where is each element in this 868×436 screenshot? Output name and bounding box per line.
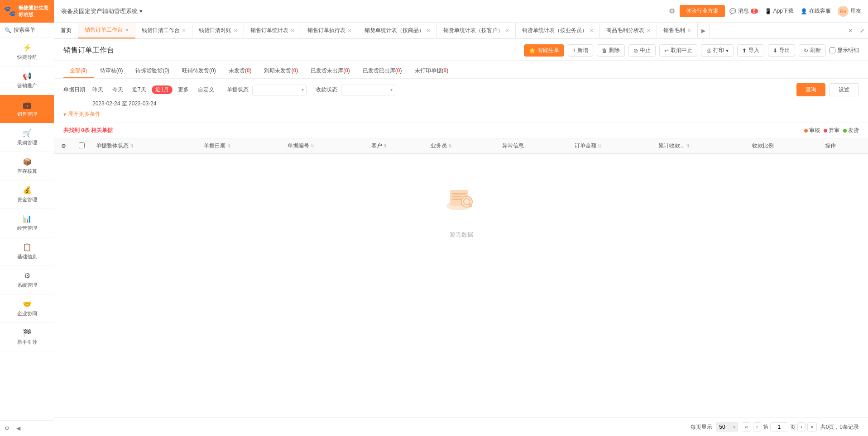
delete-button[interactable]: 🗑 删除 xyxy=(597,44,625,57)
sub-tab-pending-inspect[interactable]: 待拣货验货(0) xyxy=(129,64,176,78)
import-button[interactable]: ⬆ 导入 xyxy=(737,44,764,57)
user-avatar-icon: Ea xyxy=(838,6,849,17)
tab-sales-workbench[interactable]: 销售订单工作台 ✕ xyxy=(78,23,135,38)
tab-cash-reconcile[interactable]: 钱货日清对账 ✕ xyxy=(192,23,244,38)
status-select[interactable] xyxy=(252,85,307,95)
tab-sales-stats[interactable]: 销售订单统计表 ✕ xyxy=(244,23,301,38)
sidebar-item-sales[interactable]: 💼 销售管理 xyxy=(0,95,54,123)
system-name-dropdown[interactable]: 装备及固定资产辅助管理系统 ▾ xyxy=(61,7,143,15)
tab-home[interactable]: 首页 xyxy=(54,23,78,38)
export-button[interactable]: ⬇ 导出 xyxy=(768,44,795,57)
page-number-input[interactable] xyxy=(770,422,788,431)
set-button[interactable]: 设置 xyxy=(829,83,859,96)
sidebar-item-quick-nav[interactable]: ⚡ 快捷导航 xyxy=(0,38,54,66)
tab-sales-more[interactable]: 销售毛利 ✕ xyxy=(657,23,698,38)
tab-close-sales-more[interactable]: ✕ xyxy=(687,28,691,33)
col-staff[interactable]: 业务员 xyxy=(425,138,497,154)
sub-tab-not-shipped[interactable]: 未发货(0) xyxy=(222,64,258,78)
show-detail-label[interactable]: 显示明细 xyxy=(830,47,859,54)
tab-cash-daily[interactable]: 钱货日清工作台 ✕ xyxy=(135,23,192,38)
tab-close-gross-margin[interactable]: ✕ xyxy=(647,28,650,33)
user-item[interactable]: Ea 用友 xyxy=(838,6,861,17)
last-page-btn[interactable]: » xyxy=(807,422,817,431)
message-item[interactable]: 💬 消息 6 xyxy=(729,7,758,15)
sidebar-item-purchase[interactable]: 🛒 采购管理 xyxy=(0,123,54,152)
sidebar-item-guide[interactable]: 🏁 新手引导 xyxy=(0,323,54,351)
sidebar-item-finance[interactable]: 💰 资金管理 xyxy=(0,180,54,209)
shortcut-today[interactable]: 今天 xyxy=(109,85,127,95)
refresh-button[interactable]: ↻ 刷新 xyxy=(799,44,826,57)
sub-tab-shipped-not-out[interactable]: 已发货未出库(0) xyxy=(304,64,356,78)
sidebar-item-system[interactable]: ⚙ 系统管理 xyxy=(0,266,54,294)
sub-tab-pending-review[interactable]: 待审核(0) xyxy=(94,64,129,78)
sidebar-item-marketing[interactable]: 📢 营销推广 xyxy=(0,66,54,95)
tab-close-all-icon[interactable]: ✕ xyxy=(844,24,856,38)
tab-close-summary-staff[interactable]: ✕ xyxy=(590,28,593,33)
tab-close-summary-customer[interactable]: ✕ xyxy=(505,28,509,33)
page-size-select[interactable]: 20 50 100 200 xyxy=(716,422,738,431)
tab-sales-summary-customer[interactable]: 销货单统计表（按客户） ✕ xyxy=(437,23,516,38)
shortcut-1month[interactable]: 近1月 xyxy=(152,85,173,94)
shortcut-7days[interactable]: 近7天 xyxy=(129,85,150,95)
sub-tab-all[interactable]: 全部(0) xyxy=(63,64,94,78)
add-button[interactable]: + 新增 xyxy=(568,44,593,57)
tab-sales-summary-staff[interactable]: 销货单统计表（按业务员） ✕ xyxy=(516,23,600,38)
shortcut-yesterday[interactable]: 昨天 xyxy=(89,85,107,95)
select-all-checkbox[interactable] xyxy=(79,142,85,148)
show-detail-checkbox[interactable] xyxy=(830,47,835,53)
ship-action[interactable]: 发货 xyxy=(843,127,859,134)
col-number[interactable]: 单据编号 xyxy=(282,138,366,154)
shortcut-custom[interactable]: 自定义 xyxy=(194,85,218,95)
first-page-btn[interactable]: « xyxy=(742,422,751,431)
tab-close-sales-workbench[interactable]: ✕ xyxy=(125,28,129,33)
next-page-btn[interactable]: › xyxy=(797,422,806,431)
sub-tab-shipped-out[interactable]: 已发货已出库(0) xyxy=(356,64,408,78)
table-header-row: ⚙ 单据整体状态 单据日期 单据编号 客户 业务员 异常信息 订单金额 累计收款… xyxy=(54,138,868,154)
col-date[interactable]: 单据日期 xyxy=(198,138,282,154)
sidebar-item-collab[interactable]: 🤝 企业协同 xyxy=(0,294,54,323)
smart-gen-button[interactable]: ⭐ 智能生单 xyxy=(524,44,564,57)
sidebar-collapse-icon[interactable]: ◀ xyxy=(16,425,20,431)
query-button[interactable]: 查询 xyxy=(796,83,825,96)
collect-select[interactable] xyxy=(341,85,395,95)
sub-tab-overdue[interactable]: 到期未发货(0) xyxy=(258,64,304,78)
print-button[interactable]: 🖨 打印 ▾ xyxy=(701,44,734,57)
sidebar-item-inventory[interactable]: 📦 库存核算 xyxy=(0,152,54,180)
sub-tab-wangpu-ship[interactable]: 旺铺待发货(0) xyxy=(176,64,222,78)
col-received[interactable]: 累计收款... xyxy=(653,138,747,154)
tabs-more-btn[interactable]: ▶ xyxy=(698,24,710,38)
app-download-item[interactable]: 📱 App下载 xyxy=(765,7,794,15)
col-customer[interactable]: 客户 xyxy=(366,138,425,154)
sidebar-item-basic-info[interactable]: 📋 基础信息 xyxy=(0,237,54,266)
tab-maximize-icon[interactable]: ⤢ xyxy=(856,24,868,38)
service-icon: 👤 xyxy=(801,8,807,14)
tab-gross-margin[interactable]: 商品毛利分析表 ✕ xyxy=(600,23,657,38)
tab-close-cash-daily[interactable]: ✕ xyxy=(182,28,186,33)
refresh-icon: ↻ xyxy=(804,47,808,54)
tab-sales-exec[interactable]: 销售订单执行表 ✕ xyxy=(301,23,358,38)
review-action[interactable]: 审核 xyxy=(804,127,820,134)
solution-button[interactable]: 体验行业方案 xyxy=(680,5,725,17)
table-scroll[interactable]: ⚙ 单据整体状态 单据日期 单据编号 客户 业务员 异常信息 订单金额 累计收款… xyxy=(54,138,868,417)
abandon-action[interactable]: 弃审 xyxy=(824,127,839,134)
tab-sales-summary-product[interactable]: 销货单统计表（按商品） ✕ xyxy=(358,23,437,38)
tab-close-sales-exec[interactable]: ✕ xyxy=(348,28,351,33)
expand-button[interactable]: ▾ 展开更多条件 xyxy=(63,110,859,118)
search-menu[interactable]: 🔍 搜索菜单 xyxy=(0,23,54,38)
svg-rect-3 xyxy=(452,196,462,197)
sub-tab-not-printed[interactable]: 未打印单据(0) xyxy=(408,64,455,78)
sidebar-settings-icon[interactable]: ⚙ xyxy=(5,425,10,431)
tab-close-sales-stats[interactable]: ✕ xyxy=(291,28,294,33)
online-service-item[interactable]: 👤 在线客服 xyxy=(801,7,831,15)
tab-close-cash-reconcile[interactable]: ✕ xyxy=(234,28,237,33)
tab-close-summary-product[interactable]: ✕ xyxy=(427,28,430,33)
sidebar-item-operations[interactable]: 📊 经营管理 xyxy=(0,209,54,237)
col-status[interactable]: 单据整体状态 xyxy=(91,138,198,154)
prev-page-btn[interactable]: ‹ xyxy=(753,422,761,431)
cancel-abort-button[interactable]: ↩ 取消中止 xyxy=(659,44,697,57)
shortcut-more[interactable]: 更多 xyxy=(174,85,192,95)
abort-button[interactable]: ⊘ 中止 xyxy=(628,44,656,57)
topbar-settings-icon[interactable]: ⚙ xyxy=(669,7,675,15)
col-amount[interactable]: 订单金额 xyxy=(569,138,653,154)
col-settings[interactable]: ⚙ xyxy=(54,138,72,154)
